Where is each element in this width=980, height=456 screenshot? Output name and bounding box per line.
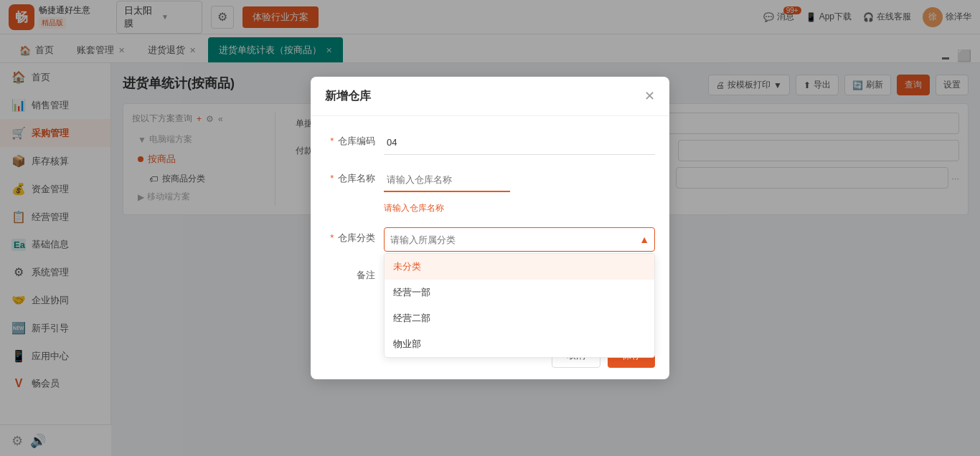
- form-row-name: * 仓库名称 请输入仓库名称: [325, 168, 655, 214]
- category-dropdown: 未分类 经营一部 经营二部 物业部: [384, 253, 655, 358]
- dialog-title: 新增仓库: [325, 89, 371, 104]
- code-label: * 仓库编码: [325, 130, 375, 148]
- dropdown-item-unclassified[interactable]: 未分类: [385, 254, 654, 280]
- category-select-wrap: ▲ 未分类 经营一部 经营二部 物业部: [384, 227, 655, 252]
- modal-overlay[interactable]: 新增仓库 ✕ * 仓库编码 * 仓库名称: [0, 0, 980, 456]
- dialog-close-button[interactable]: ✕: [644, 88, 655, 104]
- name-input-wrap: [384, 168, 655, 192]
- dropdown-item-dept2[interactable]: 经营二部: [385, 305, 654, 331]
- dropdown-item-dept3[interactable]: 物业部: [385, 331, 654, 357]
- required-star: *: [330, 136, 334, 146]
- required-star2: *: [330, 173, 334, 184]
- dropdown-item-dept1[interactable]: 经营一部: [385, 280, 654, 305]
- required-star3: *: [330, 232, 334, 243]
- name-label: * 仓库名称: [325, 168, 375, 185]
- form-row-code: * 仓库编码: [325, 130, 655, 155]
- remark-label: 备注: [325, 265, 375, 282]
- dialog-body: * 仓库编码 * 仓库名称 请输入仓库名称: [311, 116, 669, 335]
- category-label: * 仓库分类: [325, 227, 375, 244]
- form-row-category: * 仓库分类 ▲ 未分类 经营一部 经营二部 物业部: [325, 227, 655, 252]
- name-error-msg: 请输入仓库名称: [384, 203, 444, 213]
- name-input[interactable]: [384, 168, 510, 192]
- code-input[interactable]: [384, 130, 655, 155]
- category-input[interactable]: [384, 227, 655, 252]
- dialog-header: 新增仓库 ✕: [311, 77, 669, 116]
- dialog-new-warehouse: 新增仓库 ✕ * 仓库编码 * 仓库名称: [311, 77, 669, 379]
